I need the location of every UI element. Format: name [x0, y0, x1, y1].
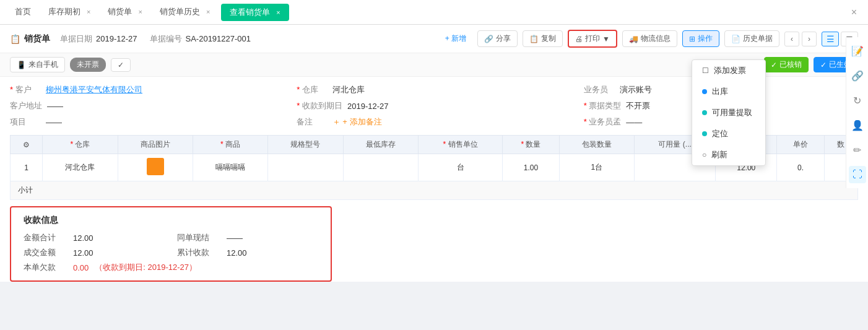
note-row: 备注 ＋ + 添加备注: [297, 116, 571, 128]
tab-inventory-init[interactable]: 库存期初 ×: [40, 1, 99, 24]
cell-spec: [268, 154, 343, 181]
tab-sales-order-label: 销货单: [108, 6, 132, 17]
dropdown-add-invoice[interactable]: ☐ 添加发票: [692, 60, 765, 81]
operations-button-label: 操作: [698, 33, 713, 44]
tab-sales-order[interactable]: 销货单 ×: [99, 1, 150, 24]
transaction-amount-label: 成交金额: [24, 247, 67, 258]
tab-sales-order-close[interactable]: ×: [138, 8, 142, 15]
tab-inventory-init-label: 库存期初: [48, 6, 80, 17]
add-note-button[interactable]: ＋ + 添加备注: [332, 116, 381, 128]
logistics-button-label: 物流信息: [641, 33, 671, 44]
refresh-circle-icon: ○: [702, 150, 706, 159]
ticket-type-value: 不开票: [626, 100, 650, 111]
tab-sales-order-history[interactable]: 销货单历史 ×: [151, 1, 219, 24]
col-spec: 规格型号: [268, 136, 343, 154]
right-panel-edit[interactable]: ✏: [849, 141, 866, 158]
list-view-button[interactable]: ☰: [822, 32, 839, 46]
warehouse-value: 河北仓库: [332, 84, 365, 95]
customer-value[interactable]: 柳州粤港平安气体有限公司: [46, 84, 142, 95]
col-product: * 商品: [193, 136, 267, 154]
payment-date-row: 收款到期日 2019-12-27: [297, 100, 571, 111]
doc-title: 📋 销货单: [10, 33, 50, 45]
nav-arrows: ‹ ›: [784, 32, 817, 46]
dropdown-add-invoice-label: 添加发票: [714, 65, 746, 76]
from-phone-button[interactable]: 📱 来自手机: [10, 57, 65, 72]
customer-addr-label: 客户地址: [10, 100, 42, 111]
warehouse-label: 仓库: [297, 84, 328, 95]
phone-icon: 📱: [17, 61, 26, 69]
dropdown-outbound[interactable]: 出库: [692, 81, 765, 102]
outstanding-value: 0.00: [73, 263, 89, 272]
add-invoice-checkbox-icon: ☐: [702, 66, 709, 75]
col-product-img: 商品图片: [118, 136, 193, 154]
right-panel-link[interactable]: 🔗: [849, 67, 866, 84]
prev-button[interactable]: ‹: [784, 32, 799, 46]
from-phone-label: 来自手机: [28, 59, 58, 70]
tab-sales-order-history-close[interactable]: ×: [206, 8, 210, 15]
note-label: 备注: [297, 116, 328, 128]
history-button-label: 历史单据: [743, 33, 773, 44]
verified-label: 已核销: [779, 59, 802, 70]
payment-date-value: 2019-12-27: [347, 102, 389, 111]
tab-view-sales-order[interactable]: 查看销货单 ×: [221, 4, 289, 21]
history-icon: 📄: [731, 35, 740, 43]
customer-addr-row: 客户地址 ——: [10, 100, 284, 111]
logistics-button[interactable]: 🚚 物流信息: [622, 30, 677, 47]
outstanding-label: 本单欠款: [24, 262, 67, 273]
cumulative-payment-row: 累计收款 12.00: [177, 247, 318, 258]
payment-date-label: 收款到期日: [297, 100, 342, 111]
dropdown-available-pickup[interactable]: 可用量提取: [692, 102, 765, 123]
same-order-value: ——: [227, 233, 243, 243]
right-panel-notes[interactable]: 📝: [849, 42, 866, 59]
tab-home[interactable]: 首页: [6, 1, 40, 24]
tab-view-sales-order-close[interactable]: ×: [276, 9, 280, 16]
warehouse-row: 仓库 河北仓库: [297, 84, 571, 95]
tab-inventory-init-close[interactable]: ×: [87, 8, 90, 15]
doc-meta: 单据日期 2019-12-27 单据编号 SA-20191227-001: [60, 33, 251, 45]
verified-button[interactable]: ✓ 已核销: [764, 57, 809, 72]
add-note-label: + 添加备注: [342, 116, 381, 128]
col-settings[interactable]: ⚙: [11, 136, 43, 154]
confirm-button[interactable]: ✓: [111, 58, 131, 72]
transaction-amount-row: 成交金额 12.00: [24, 247, 165, 258]
salesperson-label: 业务员: [584, 84, 615, 95]
cumulative-payment-label: 累计收款: [177, 247, 220, 258]
unchecked-button[interactable]: 未开票: [70, 58, 106, 72]
col-pack-qty: 包装数量: [559, 136, 634, 154]
subtotal-row: 小计: [11, 181, 858, 200]
new-button[interactable]: + 新增: [439, 31, 472, 46]
right-panel-refresh[interactable]: ↻: [849, 92, 866, 109]
payment-info-title: 收款信息: [24, 215, 318, 226]
truck-icon: 🚚: [629, 35, 638, 43]
project-label: 项目: [10, 116, 41, 128]
doc-header: 📋 销货单 单据日期 2019-12-27 单据编号 SA-20191227-0…: [0, 25, 868, 53]
cumulative-payment-value: 12.00: [227, 248, 247, 258]
print-button[interactable]: 🖨 打印 ▼: [568, 30, 617, 48]
col-sales-unit: * 销售单位: [418, 136, 502, 154]
right-panel-fullscreen[interactable]: ⛶: [849, 166, 866, 183]
doc-icon: 📋: [10, 34, 20, 44]
plus-icon: ＋: [332, 116, 341, 128]
doc-number-item: 单据编号 SA-20191227-001: [150, 33, 251, 45]
next-button[interactable]: ›: [802, 32, 817, 46]
copy-button[interactable]: 📋 复制: [523, 30, 563, 47]
share-button-label: 分享: [496, 33, 511, 44]
transaction-amount-value: 12.00: [73, 248, 93, 258]
same-order-label: 同单现结: [177, 232, 220, 243]
sales-manager-value: ——: [626, 118, 642, 127]
dropdown-locate[interactable]: 定位: [692, 123, 765, 144]
dropdown-refresh[interactable]: ○ 刷新: [692, 144, 765, 165]
print-button-label: 打印: [585, 33, 600, 44]
col-unit-price: 单价: [777, 136, 825, 154]
history-button[interactable]: 📄 历史单据: [724, 30, 779, 47]
window-close-button[interactable]: ×: [846, 7, 862, 18]
operations-button[interactable]: ⊞ 操作: [682, 30, 719, 47]
cell-sales-unit: 台: [418, 154, 502, 181]
effective-icon: ✓: [820, 61, 827, 69]
customer-label: 客户: [10, 84, 41, 95]
share-button[interactable]: 🔗 分享: [477, 30, 518, 47]
product-image: [147, 158, 164, 175]
right-panel-user[interactable]: 👤: [849, 116, 866, 134]
confirm-icon: ✓: [118, 61, 124, 69]
same-order-row: 同单现结 ——: [177, 232, 318, 243]
